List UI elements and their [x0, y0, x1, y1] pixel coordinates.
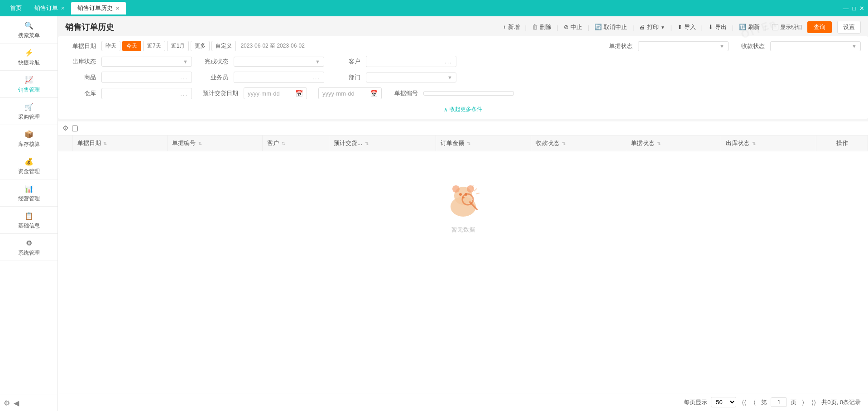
page-label-pre: 第	[761, 398, 767, 406]
empty-state: 暂无数据	[58, 151, 868, 252]
bill-no-input[interactable]	[423, 91, 514, 96]
out-status-select[interactable]: ▼	[101, 57, 192, 67]
sidebar-item-sales-mgmt[interactable]: 📈 销售管理	[0, 71, 58, 98]
maximize-btn[interactable]: □	[852, 5, 856, 12]
empty-text: 暂无数据	[451, 226, 475, 234]
filter-row-4: 仓库 ... 预计交货日期 yyyy-mm-dd 📅 — yyyy-mm-dd …	[65, 87, 861, 99]
tab-sales-order-label: 销售订单	[34, 4, 58, 12]
sidebar-item-capital-mgmt-label: 资金管理	[18, 168, 40, 175]
tab-sales-order-history[interactable]: 销售订单历史 ✕	[71, 2, 126, 15]
cal-from-icon[interactable]: 📅	[295, 90, 303, 97]
dept-select[interactable]: ▼	[366, 73, 456, 82]
collapse-filter-row[interactable]: ∧ 收起更多条件	[65, 104, 861, 114]
th-customer[interactable]: 客户 ⇅	[263, 135, 329, 151]
first-page-btn[interactable]: ⟨⟨	[740, 399, 748, 406]
data-table: 单据日期 ⇅ 单据编号 ⇅ 客户 ⇅	[58, 135, 868, 151]
sidebar-bottom: ⚙ ◀	[0, 395, 58, 411]
search-menu-icon: 🔍	[24, 21, 34, 30]
th-bill-no[interactable]: 单据编号 ⇅	[168, 135, 263, 151]
out-status-label: 出库状态	[65, 58, 96, 66]
date-dash: —	[310, 90, 316, 97]
select-all-checkbox[interactable]	[72, 126, 78, 131]
sidebar-item-purchase-mgmt[interactable]: 🛒 采购管理	[0, 98, 58, 125]
sidebar-item-capital-mgmt[interactable]: 💰 资金管理	[0, 152, 58, 179]
date-btn-7days[interactable]: 近7天	[143, 41, 165, 51]
date-btn-yesterday[interactable]: 昨天	[101, 41, 120, 51]
export-button[interactable]: ⬇ 导出	[708, 23, 727, 31]
warehouse-dots-icon[interactable]: ...	[180, 90, 188, 97]
close-btn[interactable]: ✕	[859, 5, 864, 12]
customer-input[interactable]: ...	[366, 56, 456, 67]
cal-to-icon[interactable]: 📅	[370, 90, 378, 97]
cancel-stop-button[interactable]: 🔄 取消中止	[595, 23, 627, 31]
expected-date-from[interactable]: yyyy-mm-dd 📅	[244, 87, 307, 99]
stop-button[interactable]: ⊘ 中止	[564, 23, 582, 31]
sidebar-item-ops-mgmt[interactable]: 📊 经营管理	[0, 179, 58, 207]
expected-date-to[interactable]: yyyy-mm-dd 📅	[318, 87, 382, 99]
sidebar-item-quick-nav[interactable]: ⚡ 快捷导航	[0, 44, 58, 71]
th-expected-date[interactable]: 预计交货... ⇅	[329, 135, 436, 151]
show-detail-checkbox[interactable]	[772, 24, 778, 30]
tab-sales-order-close[interactable]: ✕	[61, 5, 65, 11]
prev-page-btn[interactable]: ⟨	[752, 399, 758, 406]
filter-row-3: 商品 ... 业务员 ... 部门 ▼	[65, 72, 861, 83]
tab-sales-order-history-close[interactable]: ✕	[115, 5, 120, 11]
th-order-amount[interactable]: 订单金额 ⇅	[436, 135, 531, 151]
last-page-btn[interactable]: ⟩⟩	[810, 399, 818, 406]
current-page-input[interactable]	[771, 397, 787, 407]
sidebar-item-basic-info-label: 基础信息	[18, 222, 40, 230]
goods-dots-icon[interactable]: ...	[180, 74, 188, 81]
th-ops: 操作	[816, 135, 868, 151]
query-button[interactable]: 查询	[807, 21, 832, 33]
expected-date-range: yyyy-mm-dd 📅 — yyyy-mm-dd 📅	[244, 87, 382, 99]
total-info: 共0页, 0条记录	[821, 398, 861, 406]
salesperson-dots-icon[interactable]: ...	[312, 74, 320, 81]
import-button[interactable]: ⬆ 导入	[677, 23, 696, 31]
toolbar: + 新增 | 🗑 删除 | ⊘ 中止 | 🔄 取消中止 | 🖨 打印 ▼ | ⬆…	[503, 21, 861, 34]
settings-button[interactable]: 设置	[837, 21, 861, 34]
minimize-btn[interactable]: —	[843, 5, 849, 12]
sidebar-settings-btn[interactable]: ⚙	[4, 399, 10, 407]
svg-line-9	[474, 189, 477, 191]
tab-sales-order[interactable]: 销售订单 ✕	[28, 2, 71, 15]
sort-bill-no-icon: ⇅	[198, 141, 202, 146]
th-out-status[interactable]: 出库状态 ⇅	[721, 135, 816, 151]
sidebar-collapse-btn[interactable]: ◀	[14, 399, 19, 407]
footer-pagination: 每页显示 50 10 20 100 ⟨⟨ ⟨ 第 页 ⟩ ⟩⟩ 共0页, 0条记…	[58, 393, 868, 411]
add-button[interactable]: + 新增	[503, 23, 519, 31]
sidebar-item-search-menu[interactable]: 🔍 搜索菜单	[0, 16, 58, 44]
th-bill-status[interactable]: 单据状态 ⇅	[626, 135, 721, 151]
bill-status-select[interactable]: ▼	[638, 41, 729, 51]
top-tab-bar: 首页 销售订单 ✕ 销售订单历史 ✕ — □ ✕	[0, 0, 868, 16]
delete-button[interactable]: 🗑 删除	[532, 23, 551, 31]
sidebar-item-quick-nav-label: 快捷导航	[18, 59, 40, 67]
customer-dots-icon[interactable]: ...	[445, 58, 452, 65]
th-receive-status[interactable]: 收款状态 ⇅	[531, 135, 626, 151]
th-bill-date[interactable]: 单据日期 ⇅	[72, 135, 168, 151]
date-to-placeholder: yyyy-mm-dd	[322, 90, 355, 97]
print-button[interactable]: 🖨 打印 ▼	[639, 23, 665, 31]
next-page-btn[interactable]: ⟩	[800, 399, 806, 406]
print-arrow-icon: ▼	[661, 25, 665, 30]
refresh-button[interactable]: 🔃 刷新	[739, 23, 760, 31]
basic-info-icon: 📋	[24, 211, 34, 220]
complete-status-select[interactable]: ▼	[234, 57, 324, 67]
bill-no-label: 单据编号	[387, 89, 418, 97]
table-settings-icon[interactable]: ⚙	[62, 124, 68, 132]
date-btn-custom[interactable]: 自定义	[211, 41, 236, 51]
date-btn-1month[interactable]: 近1月	[167, 41, 189, 51]
sidebar-item-sys-mgmt[interactable]: ⚙ 系统管理	[0, 234, 58, 261]
salesperson-input[interactable]: ...	[234, 72, 324, 83]
filter-row-2: 出库状态 ▼ 完成状态 ▼ 客户 ...	[65, 56, 861, 67]
sidebar-item-basic-info[interactable]: 📋 基础信息	[0, 207, 58, 234]
page-size-select[interactable]: 50 10 20 100	[711, 397, 736, 407]
tab-home[interactable]: 首页	[4, 2, 28, 15]
date-btn-more[interactable]: 更多	[191, 41, 210, 51]
dept-arrow-icon: ▼	[447, 75, 452, 80]
receive-status-select[interactable]: ▼	[770, 41, 861, 51]
expected-date-label: 预计交货日期	[197, 89, 238, 97]
sidebar-item-inventory[interactable]: 📦 库存核算	[0, 125, 58, 152]
goods-input[interactable]: ...	[101, 72, 192, 83]
warehouse-input[interactable]: ...	[101, 88, 192, 99]
date-btn-today[interactable]: 今天	[122, 41, 141, 51]
